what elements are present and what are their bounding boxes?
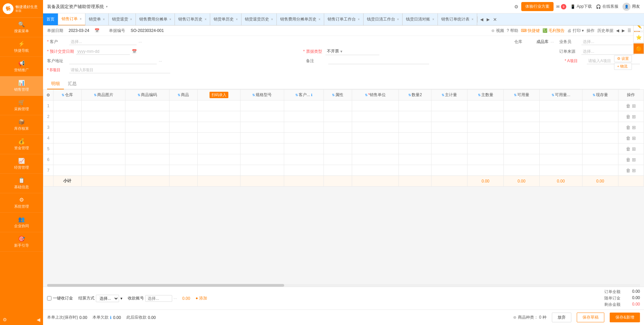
tab-order-history[interactable]: 销售订单历史 × bbox=[175, 13, 210, 26]
tab-invoice-history[interactable]: 销货单历史 × bbox=[210, 13, 241, 26]
tab-scroll-left[interactable]: ◀ bbox=[479, 16, 485, 23]
tab-home[interactable]: 首页 bbox=[43, 13, 58, 26]
row2-spec[interactable] bbox=[240, 111, 284, 122]
tab-sales-order-close[interactable]: × bbox=[80, 17, 82, 21]
row4-spec[interactable] bbox=[240, 133, 284, 144]
tab-workbench[interactable]: 销售订单工作台 × bbox=[324, 13, 364, 26]
staff-input[interactable] bbox=[581, 39, 635, 45]
tab-expense-split[interactable]: 销售费用分摊单 × bbox=[136, 13, 175, 26]
shortcut-btn[interactable]: ⌨ 快捷键 bbox=[521, 28, 540, 34]
save-new-btn[interactable]: 保存&新增 bbox=[610, 313, 640, 322]
row5-customer-code[interactable] bbox=[284, 144, 324, 154]
delivery-input[interactable] bbox=[76, 48, 130, 55]
row7-product[interactable] bbox=[169, 165, 198, 176]
tab-summary[interactable]: 汇总 bbox=[64, 79, 81, 89]
app-download-group[interactable]: 📱 App下载 bbox=[570, 4, 592, 9]
settings-bottom-icon[interactable]: ⚙ bbox=[3, 317, 7, 322]
message-group[interactable]: ✉ 9 bbox=[556, 4, 566, 9]
tab-invoice[interactable]: 销货单 × bbox=[85, 13, 109, 26]
sidebar-item-marketing[interactable]: 📢 营销推广 bbox=[0, 57, 43, 76]
row1-customer-code[interactable] bbox=[284, 100, 324, 111]
row6-product[interactable] bbox=[169, 154, 198, 165]
one-click-checkbox[interactable] bbox=[47, 296, 51, 300]
row4-product[interactable] bbox=[169, 133, 198, 144]
project-a-input[interactable] bbox=[587, 58, 640, 64]
row1-attr[interactable] bbox=[324, 100, 352, 111]
horizontal-scrollbar[interactable] bbox=[47, 284, 640, 287]
calendar-icon[interactable]: 📅 bbox=[94, 28, 100, 33]
row5-attr[interactable] bbox=[324, 144, 352, 154]
row2-customer-code[interactable] bbox=[284, 111, 324, 122]
row4-attr[interactable] bbox=[324, 133, 352, 144]
sidebar-item-sales[interactable]: 📊 销售管理 bbox=[0, 76, 43, 96]
tab-reconcile[interactable]: 钱货日清对账 × bbox=[403, 13, 438, 26]
invoice-select[interactable]: 不开票 ▾ bbox=[326, 48, 379, 55]
row7-delete-btn[interactable]: 🗑 bbox=[626, 168, 631, 173]
tab-order-history-close[interactable]: × bbox=[204, 17, 206, 21]
right-float-btn-5[interactable]: 🟠 bbox=[633, 43, 644, 54]
sidebar-item-inventory[interactable]: 📦 库存核算 bbox=[0, 115, 43, 135]
sidebar-item-purchase[interactable]: 🛒 采购管理 bbox=[0, 96, 43, 115]
row3-product[interactable] bbox=[169, 122, 198, 133]
abandon-btn[interactable]: 放弃 bbox=[552, 313, 571, 322]
system-dropdown-arrow[interactable]: ▾ bbox=[106, 5, 108, 8]
help-btn[interactable]: ? 帮助 bbox=[507, 28, 518, 34]
th-scan[interactable]: 扫码录入 bbox=[197, 90, 240, 100]
nav-prev[interactable]: ◀ bbox=[616, 28, 619, 33]
save-draft-btn[interactable]: 保存草稿 bbox=[577, 313, 604, 322]
user-group[interactable]: 👤 用友 bbox=[622, 3, 640, 11]
remark-input[interactable] bbox=[328, 58, 429, 64]
tab-expense-split-close[interactable]: × bbox=[169, 17, 172, 21]
row3-code[interactable] bbox=[125, 122, 169, 133]
logo[interactable]: 畅 畅捷通好生意 标版 bbox=[0, 0, 43, 18]
row3-delete-btn[interactable]: 🗑 bbox=[626, 125, 631, 130]
row1-unit[interactable] bbox=[352, 100, 399, 111]
row6-spec[interactable] bbox=[240, 154, 284, 165]
row2-warehouse[interactable] bbox=[53, 111, 82, 122]
row3-unit[interactable] bbox=[352, 122, 399, 133]
row2-attr[interactable] bbox=[324, 111, 352, 122]
row5-code[interactable] bbox=[125, 144, 169, 154]
tab-reconcile-close[interactable]: × bbox=[432, 17, 434, 21]
row4-warehouse[interactable] bbox=[53, 133, 82, 144]
row3-spec[interactable] bbox=[240, 122, 284, 133]
delivery-calendar-icon[interactable]: 📅 bbox=[132, 49, 137, 54]
address-input[interactable] bbox=[69, 58, 157, 64]
online-support-group[interactable]: 🎧 在线客服 bbox=[596, 4, 618, 9]
print-btn[interactable]: 🖨 打印 ▾ bbox=[567, 28, 584, 34]
tab-return[interactable]: 销货退货 × bbox=[109, 13, 136, 26]
row6-qty2[interactable] bbox=[399, 154, 431, 165]
tab-workbench-close[interactable]: × bbox=[358, 17, 360, 21]
tab-invoice-close[interactable]: × bbox=[103, 17, 105, 21]
row1-qty2[interactable] bbox=[399, 100, 431, 111]
row7-customer-code[interactable] bbox=[284, 165, 324, 176]
row5-product[interactable] bbox=[169, 144, 198, 154]
row2-qty2[interactable] bbox=[399, 111, 431, 122]
row5-spec[interactable] bbox=[240, 144, 284, 154]
warehouse-dots[interactable]: ··· bbox=[551, 40, 554, 44]
tab-stats[interactable]: 销售订单统计表 × bbox=[438, 13, 477, 26]
customer-dots[interactable]: ··· bbox=[139, 40, 142, 44]
sidebar-item-finance[interactable]: 💰 资金管理 bbox=[0, 135, 43, 154]
nav-expand[interactable]: ☰ bbox=[628, 28, 631, 33]
tab-scroll-right[interactable]: ▶ bbox=[485, 16, 491, 23]
tab-cash-workbench[interactable]: 钱货日清工作台 × bbox=[364, 13, 403, 26]
tab-detail[interactable]: 明细 bbox=[47, 79, 64, 89]
tab-cash-workbench-close[interactable]: × bbox=[397, 17, 399, 21]
row1-spec[interactable] bbox=[240, 100, 284, 111]
tab-return-history[interactable]: 销货退货历史 × bbox=[241, 13, 277, 26]
scan-btn[interactable]: 扫码录入 bbox=[210, 92, 228, 98]
sidebar-item-guide[interactable]: 🎯 新手引导 bbox=[0, 232, 43, 252]
row4-unit[interactable] bbox=[352, 133, 399, 144]
row1-warehouse[interactable] bbox=[53, 100, 82, 111]
row4-qty2[interactable] bbox=[399, 133, 431, 144]
tab-expense-history-close[interactable]: × bbox=[318, 17, 320, 21]
sidebar-item-collab[interactable]: 👥 企业协同 bbox=[0, 213, 43, 232]
row6-unit[interactable] bbox=[352, 154, 399, 165]
row7-spec[interactable] bbox=[240, 165, 284, 176]
table-container[interactable]: ⚙ ⇅仓库 ⇅商品图片 ⇅商品编码 ⇅商品 扫码录入 ⇅规格型号 ⇅客户... … bbox=[43, 89, 644, 284]
bank-account-dots[interactable]: ··· bbox=[174, 296, 177, 301]
row3-warehouse[interactable] bbox=[53, 122, 82, 133]
row5-delete-btn[interactable]: 🗑 bbox=[626, 146, 631, 152]
row2-delete-btn[interactable]: 🗑 bbox=[626, 114, 631, 119]
